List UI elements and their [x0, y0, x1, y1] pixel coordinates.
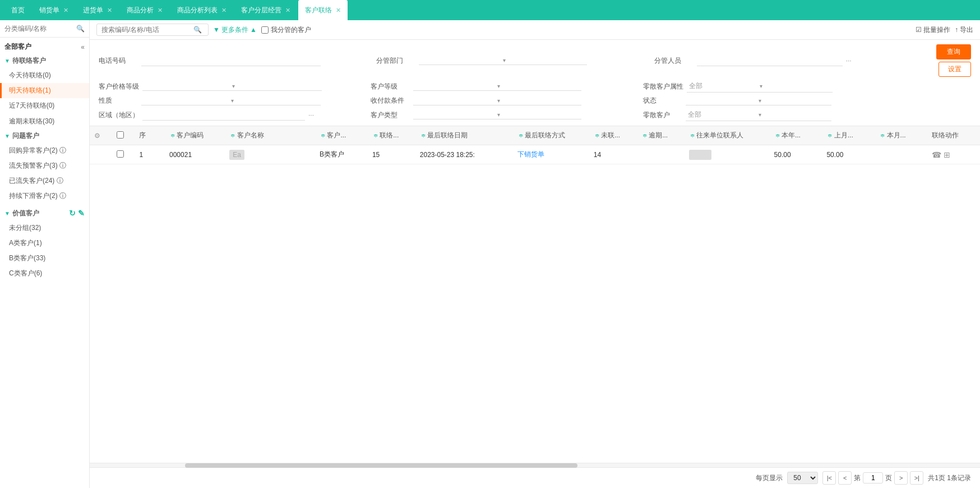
row-checkbox[interactable]: [117, 150, 124, 158]
filter-input-region[interactable]: [142, 110, 305, 121]
sidebar-item-7days[interactable]: 近7天待联络(0): [0, 98, 89, 113]
sidebar-item-a-class[interactable]: A类客户(1): [0, 236, 89, 251]
nav-purchase-order[interactable]: 进货单 ✕: [76, 0, 119, 20]
sidebar-item-c-class[interactable]: C类客户(6): [0, 266, 89, 281]
filter-select-casual-attr[interactable]: 全部 ▾: [687, 80, 833, 93]
filter-dots-manager[interactable]: ···: [846, 57, 852, 65]
sidebar: 🔍 全部客户 « ▼ 待联络客户 今天待联络(0) 明天待联络(1) 近7天待联…: [0, 20, 90, 488]
filter-select-nature[interactable]: ▾: [141, 96, 321, 105]
close-icon[interactable]: ✕: [107, 7, 112, 14]
sidebar-section-pending[interactable]: ▼ 待联络客户: [0, 54, 89, 68]
cell-this-year: 50.00: [770, 145, 822, 164]
total-records: 共1页 1条记录: [928, 473, 971, 483]
filter-select-dept[interactable]: ▾: [419, 56, 587, 65]
select-all-checkbox[interactable]: [117, 131, 124, 139]
sidebar-item-abnormal[interactable]: 回购异常客户(2) ⓘ: [0, 143, 89, 158]
filter-actions: 查询 设置: [936, 44, 971, 77]
sidebar-item-churn-warning[interactable]: 流失预警客户(3) ⓘ: [0, 158, 89, 173]
sidebar-item-ungrouped[interactable]: 未分组(32): [0, 220, 89, 236]
search-icon[interactable]: 🔍: [193, 26, 202, 34]
col-code: ≑ 客户编码: [165, 126, 225, 145]
filter-label-payment: 收付款条件: [371, 96, 410, 105]
prev-page-button[interactable]: <: [838, 471, 852, 485]
filter-select-payment[interactable]: ▾: [413, 96, 581, 105]
filter-dots-region[interactable]: ···: [308, 111, 314, 119]
refresh-icon[interactable]: ↻: [69, 209, 76, 218]
query-button[interactable]: 查询: [936, 44, 971, 59]
nav-customer-contact[interactable]: 客户联络 ✕: [298, 0, 348, 20]
pagination: 每页显示 50 20 100 |< < 第 页 > >| 共1页 1条记录: [90, 467, 980, 488]
gear-icon[interactable]: ⚙: [94, 132, 100, 140]
per-page-label: 每页显示: [756, 473, 783, 483]
sidebar-section-problem[interactable]: ▼ 问题客户: [0, 129, 89, 143]
nav-product-analysis[interactable]: 商品分析 ✕: [120, 0, 169, 20]
chevron-down-icon: ▾: [497, 83, 579, 89]
filter-casual: 零散客户 全部 ▾: [643, 109, 910, 121]
chevron-down-icon: ▾: [232, 83, 320, 89]
sidebar-item-tomorrow[interactable]: 明天待联络(1): [0, 83, 89, 98]
sidebar-item-b-class[interactable]: B类客户(33): [0, 251, 89, 266]
col-uncontact: ≑ 未联...: [589, 126, 637, 145]
cell-action: ☎ ⊞: [927, 145, 980, 164]
batch-ops-button[interactable]: ☑ 批量操作: [916, 25, 950, 35]
sidebar-item-churned[interactable]: 已流失客户(24) ⓘ: [0, 173, 89, 188]
triangle-icon: ▼: [4, 210, 10, 217]
page-size-select[interactable]: 50 20 100: [787, 472, 818, 484]
scrollbar-thumb[interactable]: [185, 463, 577, 468]
close-icon[interactable]: ✕: [285, 7, 290, 14]
filter-payment: 收付款条件 ▾: [371, 96, 638, 105]
filter-status: 状态 ▾: [643, 96, 910, 105]
sidebar-section-value[interactable]: ▼ 价值客户 ↻ ✎: [0, 206, 89, 220]
my-customers-checkbox[interactable]: [261, 26, 269, 34]
sidebar-search-wrap: 🔍: [0, 20, 89, 38]
close-icon[interactable]: ✕: [63, 7, 68, 14]
filter-select-customer-level[interactable]: ▾: [413, 82, 581, 91]
cell-last-method: 下销货单: [513, 145, 589, 164]
col-gear: ⚙: [90, 126, 112, 145]
col-name: ≑ 客户名称: [225, 126, 315, 145]
table-row: 1 000021 Ea B类客户 15 2023-05-23 18:25: 下销…: [90, 145, 980, 164]
edit-icon[interactable]: ✎: [78, 209, 85, 218]
close-icon[interactable]: ✕: [336, 7, 341, 14]
sidebar-item-today[interactable]: 今天待联络(0): [0, 68, 89, 83]
close-icon[interactable]: ✕: [221, 7, 226, 14]
nav-customer-tier[interactable]: 客户分层经营 ✕: [234, 0, 297, 20]
qr-action-icon[interactable]: ⊞: [944, 150, 950, 159]
more-filter-button[interactable]: ▼ 更多条件 ▲: [213, 25, 257, 35]
next-page-button[interactable]: >: [894, 471, 908, 485]
first-page-button[interactable]: |<: [822, 471, 836, 485]
filter-select-price-level[interactable]: ▾: [142, 82, 322, 91]
close-icon[interactable]: ✕: [158, 7, 163, 14]
nav-home[interactable]: 首页: [4, 0, 31, 20]
filter-casual-attr: 零散客户属性 全部 ▾: [643, 80, 910, 93]
nav-sales-order[interactable]: 销货单 ✕: [33, 0, 75, 20]
search-icon[interactable]: 🔍: [76, 25, 85, 33]
filter-icon: ▼: [213, 26, 220, 34]
filter-select-casual[interactable]: 全部 ▾: [686, 109, 831, 121]
cell-type: B类客户: [315, 145, 368, 164]
search-input[interactable]: [101, 26, 191, 34]
horizontal-scrollbar[interactable]: [90, 463, 980, 467]
contact-action-icon[interactable]: ☎: [932, 150, 941, 159]
sidebar-search-input[interactable]: [4, 25, 74, 33]
filter-input-manager[interactable]: [697, 56, 843, 66]
contact-method-link[interactable]: 下销货单: [517, 150, 544, 158]
filter-label-dept: 分管部门: [376, 56, 415, 66]
nav-product-analysis-list[interactable]: 商品分析列表 ✕: [170, 0, 233, 20]
sidebar-item-declining[interactable]: 持续下滑客户(2) ⓘ: [0, 188, 89, 204]
page-input[interactable]: [863, 472, 883, 484]
filter-nature: 性质 ▾: [99, 96, 366, 105]
cell-name: Ea: [225, 145, 315, 164]
last-page-button[interactable]: >|: [910, 471, 923, 485]
filter-label-status: 状态: [643, 96, 682, 105]
triangle-icon: ▼: [4, 133, 10, 139]
sidebar-item-overdue[interactable]: 逾期未联络(30): [0, 114, 89, 129]
filter-select-customer-type[interactable]: ▾: [413, 111, 581, 119]
cell-last-date: 2023-05-23 18:25:: [415, 145, 513, 164]
filter-label-manager: 分管人员: [654, 56, 694, 66]
set-button[interactable]: 设置: [939, 62, 971, 77]
export-button[interactable]: ↑ 导出: [955, 25, 973, 35]
collapse-icon[interactable]: «: [81, 43, 85, 51]
filter-input-phone[interactable]: [141, 56, 321, 66]
filter-select-status[interactable]: ▾: [686, 96, 831, 105]
